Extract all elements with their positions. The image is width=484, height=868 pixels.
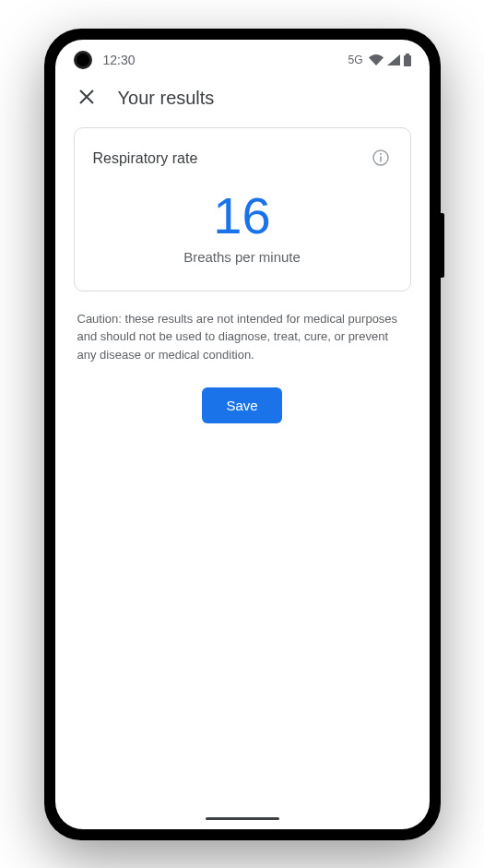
svg-rect-4 [380, 156, 382, 161]
page-title: Your results [118, 88, 215, 109]
home-indicator[interactable] [206, 817, 279, 820]
result-value: 16 [93, 190, 392, 242]
status-bar: 12:30 5G [55, 40, 430, 77]
signal-icon [387, 54, 400, 65]
phone-screen: 12:30 5G Your results [55, 40, 430, 829]
main-content: Respiratory rate 16 Breaths per minute C… [55, 127, 430, 829]
card-header: Respiratory rate [93, 147, 392, 172]
front-camera-icon [74, 51, 92, 69]
info-icon [372, 149, 390, 170]
header: Your results [55, 77, 430, 127]
status-time: 12:30 [103, 53, 136, 67]
svg-rect-1 [404, 55, 411, 66]
phone-frame: 12:30 5G Your results [44, 29, 441, 840]
info-button[interactable] [370, 147, 392, 172]
phone-side-button [441, 213, 444, 278]
caution-text: Caution: these results are not intended … [74, 310, 411, 364]
close-icon [77, 88, 96, 109]
save-button[interactable]: Save [202, 387, 281, 423]
network-label: 5G [348, 54, 362, 66]
wifi-icon [369, 54, 384, 65]
close-button[interactable] [74, 84, 100, 113]
svg-rect-0 [406, 54, 409, 55]
status-bar-right: 5G [348, 54, 410, 66]
result-unit: Breaths per minute [93, 249, 392, 265]
save-button-container: Save [74, 387, 411, 423]
card-title: Respiratory rate [93, 150, 198, 167]
result-card: Respiratory rate 16 Breaths per minute [74, 127, 411, 291]
svg-point-3 [380, 153, 382, 155]
battery-icon [404, 54, 411, 66]
status-bar-left: 12:30 [74, 51, 136, 69]
